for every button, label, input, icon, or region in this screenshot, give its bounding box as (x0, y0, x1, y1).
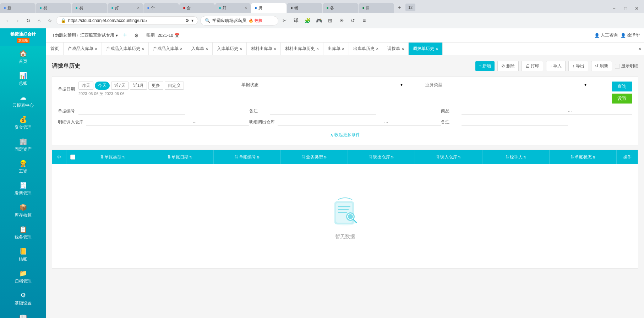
address-bar[interactable]: 🔒 https://cloud.chanjet.com/accounting/u… (56, 16, 198, 25)
table-col-out[interactable]: ⇅ 调出仓库 ⇅ (348, 150, 415, 164)
user-info[interactable]: 👤 徐泽华 (621, 32, 640, 38)
page-tab-transfer-history[interactable]: 调拨单历史 × (409, 43, 443, 55)
menu-icon[interactable]: ≡ (360, 16, 369, 25)
table-col-gear[interactable]: ⚙ (52, 150, 66, 164)
extension-icon[interactable]: 🧩 (303, 16, 312, 25)
out-warehouse-filter-input[interactable] (278, 119, 384, 125)
tab-close-4[interactable]: × (137, 5, 140, 10)
select-all-checkbox[interactable] (70, 155, 75, 160)
tab-close-7[interactable]: × (245, 5, 247, 10)
home-button[interactable]: ⌂ (35, 16, 43, 25)
page-tab-finished-goods-in-2[interactable]: 产成品入库单 × (149, 43, 187, 55)
sidebar-item-close-account[interactable]: 📒 结账 (0, 244, 46, 266)
collapse-button[interactable]: ∧ 收起更多条件 (58, 130, 632, 140)
page-tab-close-9[interactable]: × (376, 46, 378, 51)
table-col-num[interactable]: ⇅ 单账编号 ⇅ (214, 150, 281, 164)
page-tab-out-order-history[interactable]: 出库单历史 × (349, 43, 383, 55)
out-warehouse-filter-more-icon[interactable]: ··· (384, 119, 388, 125)
sidebar-item-invoice[interactable]: 🧾 发票管理 (0, 178, 46, 200)
browser-tab-1[interactable]: ● 新 (0, 3, 36, 13)
page-tab-close-10[interactable]: × (402, 46, 404, 51)
period-value[interactable]: 2021-10 📅 (158, 33, 180, 38)
page-tab-out-order[interactable]: 出库单 × (323, 43, 349, 55)
page-tab-home[interactable]: 首页 (46, 43, 64, 55)
translate-icon[interactable]: 译 (292, 16, 300, 25)
refresh-button[interactable]: ↻ (24, 16, 33, 25)
biz-type-filter-select[interactable]: ▾ (446, 82, 588, 88)
page-tab-material-out[interactable]: 材料出库单 × (247, 43, 281, 55)
in-warehouse-filter-more-icon[interactable]: ··· (193, 119, 197, 125)
note-filter-input[interactable] (270, 108, 376, 115)
browser-tab-2[interactable]: ● 易 (36, 3, 71, 13)
table-col-biz[interactable]: ⇅ 业务类型 ⇅ (281, 150, 348, 164)
page-tab-close-8[interactable]: × (342, 46, 344, 51)
date-btn-7days[interactable]: 近7天 (111, 82, 129, 90)
in-warehouse-filter-input[interactable] (86, 119, 193, 125)
back-button[interactable]: ‹ (3, 16, 11, 25)
refresh-button-content[interactable]: ↺ 刷新 (591, 61, 612, 71)
browser-tab-8[interactable]: ● 腾 (251, 3, 286, 13)
table-col-status[interactable]: ⇅ 单账状态 ⇅ (550, 150, 617, 164)
sidebar-item-archive[interactable]: 📁 归档管理 (0, 266, 46, 288)
browser-tab-11[interactable]: ● 目 (359, 3, 394, 13)
sidebar-item-payroll[interactable]: 👷 工资 (0, 156, 46, 178)
page-tab-in-order[interactable]: 入库单 × (187, 43, 213, 55)
close-window-button[interactable]: ✕ (633, 4, 641, 13)
page-tab-close-4[interactable]: × (206, 46, 208, 51)
date-btn-more[interactable]: 更多 (148, 82, 163, 90)
table-col-handler[interactable]: ⇅ 经手人 ⇅ (482, 150, 550, 164)
scissors-icon[interactable]: ✂ (280, 16, 289, 25)
close-all-tabs-button[interactable]: × (638, 46, 641, 52)
display-toggle[interactable]: 显示明细 (615, 63, 638, 69)
page-tab-material-out-history[interactable]: 材料出库单历史 × (281, 43, 323, 55)
sidebar-item-inventory[interactable]: 📦 库存核算 (0, 200, 46, 222)
page-tab-close-2[interactable]: × (142, 46, 144, 51)
bookmark-button[interactable]: ☆ (45, 16, 54, 25)
import-button[interactable]: ↓ 导入 (546, 61, 566, 71)
table-col-check[interactable] (66, 150, 79, 164)
status-filter-select[interactable]: ▾ (262, 82, 404, 88)
page-tab-close-7[interactable]: × (316, 46, 319, 51)
game-icon[interactable]: 🎮 (315, 16, 323, 25)
sidebar-item-home[interactable]: 🏠 首页 (0, 46, 46, 68)
sidebar-item-guide[interactable]: 📖 新手引导 (0, 310, 46, 318)
table-col-type[interactable]: ⇅ 单账类型 ⇅ (79, 150, 146, 164)
customer-service[interactable]: 👤 人工咨询 (594, 32, 618, 38)
company-selector[interactable]: （勿删勿禁用）江西服宝测试专用 ▾ (50, 32, 118, 38)
grid-icon[interactable]: ⊞ (326, 16, 334, 25)
sidebar-item-fixed-assets[interactable]: 🏢 固定资产 (0, 134, 46, 156)
browser-tab-9[interactable]: ● 畅 (287, 3, 322, 13)
browser-tab-4[interactable]: ● 好 × (108, 3, 143, 13)
minimize-button[interactable]: － (610, 4, 618, 13)
page-tab-close-3[interactable]: × (180, 46, 182, 51)
browser-tab-7[interactable]: ● 好 × (215, 3, 251, 13)
page-tab-in-order-history[interactable]: 入库单历史 × (213, 43, 247, 55)
date-btn-custom[interactable]: 自定义 (165, 82, 184, 90)
date-btn-today[interactable]: 今天 (95, 82, 110, 90)
date-btn-1month[interactable]: 近1月 (130, 82, 147, 90)
page-tab-close-1[interactable]: × (95, 46, 97, 51)
table-col-in[interactable]: ⇅ 调入仓库 ⇅ (415, 150, 482, 164)
sidebar-item-basic-settings[interactable]: ⚙ 基础设置 (0, 288, 46, 310)
page-tab-close-11[interactable]: × (436, 46, 438, 51)
add-company-button[interactable]: + (121, 31, 129, 40)
page-tab-finished-goods-in-history[interactable]: 产成品入库单历史 × (102, 43, 149, 55)
history-icon[interactable]: ↺ (349, 16, 357, 25)
export-button[interactable]: ↑ 导出 (568, 61, 588, 71)
sidebar-item-tax[interactable]: 📋 税务管理 (0, 222, 46, 244)
page-tab-close-5[interactable]: × (240, 46, 242, 51)
table-col-date[interactable]: ⇅ 单账日期 ⇅ (146, 150, 213, 164)
page-tab-transfer[interactable]: 调拨单 × (383, 43, 409, 55)
sidebar-item-capital[interactable]: 💰 资金管理 (0, 112, 46, 134)
page-tab-finished-goods-in[interactable]: 产成品入库单 × (64, 43, 102, 55)
delete-button[interactable]: ⊘ 删除 (497, 61, 518, 71)
settings-gear-icon[interactable]: ⚙ (132, 31, 141, 40)
new-button[interactable]: + 新增 (475, 61, 495, 71)
forward-button[interactable]: › (13, 16, 22, 25)
date-btn-yesterday[interactable]: 昨天 (78, 82, 93, 90)
browser-tab-3[interactable]: ● 易 (72, 3, 107, 13)
new-tab-button[interactable]: + (394, 3, 404, 13)
browser-tab-6[interactable]: ● 企 (179, 3, 215, 13)
goods-filter-more-icon[interactable]: ··· (568, 108, 572, 114)
browser-tab-5[interactable]: ● 个 (143, 3, 179, 13)
